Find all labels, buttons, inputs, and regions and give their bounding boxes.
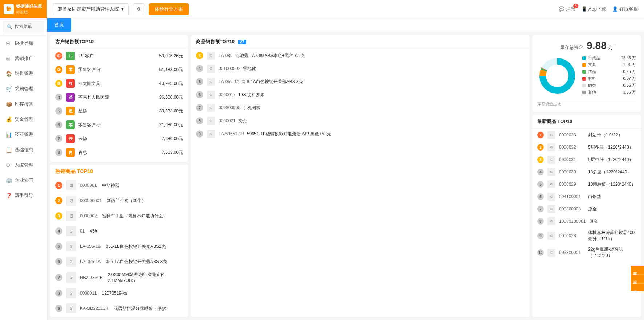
try-button[interactable]: 体验行业方案 bbox=[149, 3, 189, 15]
rank-number: 9 bbox=[537, 233, 544, 239]
new-product-item: 2 G 0000032 5层多层（1220*2440） bbox=[532, 141, 641, 153]
sidebar-item-finance[interactable]: 💰资金管理 bbox=[0, 112, 47, 127]
customer-avatar: 苔 bbox=[66, 93, 75, 102]
customer-avatar: 零 bbox=[66, 120, 75, 129]
product-code: 0000029 bbox=[559, 182, 584, 187]
rank-number: 9 bbox=[196, 130, 203, 138]
legend-color bbox=[582, 56, 586, 60]
hot-product-item: 7 G NB2.0X30B 2.0X30MM双搓花轴,搓花直径2.1MM/ROH… bbox=[50, 269, 188, 286]
product-name: 59651-1B旋转投影灯电池盒 ABS黑色+58壳 bbox=[247, 131, 331, 136]
product-image: G bbox=[207, 104, 215, 112]
product-name: 雪地靴 bbox=[243, 66, 256, 71]
logo-badge: 标准版 bbox=[16, 9, 42, 15]
product-image: G bbox=[207, 117, 215, 125]
sales-icon: 🏠 bbox=[6, 71, 12, 77]
sidebar-item-label: 销售管理 bbox=[15, 70, 33, 77]
product-code: LA-056-1B bbox=[80, 244, 101, 249]
messages-button[interactable]: 💬 消息 6 bbox=[559, 6, 575, 12]
legend-color bbox=[582, 77, 586, 81]
legend-color bbox=[582, 70, 586, 74]
float-buttons: 客服热线服务社区直播 bbox=[631, 266, 644, 291]
product-code: 000800005 bbox=[219, 105, 240, 110]
rank-number: 5 bbox=[196, 78, 203, 85]
rank-number: 3 bbox=[55, 212, 62, 220]
customer-name: 零售客户·于 bbox=[78, 122, 156, 128]
product-image: G bbox=[547, 232, 555, 240]
sidebar-item-marketing[interactable]: ◎营销推广 bbox=[0, 51, 47, 66]
product-code: 000500001 bbox=[80, 198, 102, 203]
system-name: 装备及固定资产辅助管理系统 bbox=[58, 6, 119, 12]
float-button-客服热线[interactable]: 客服热线 bbox=[631, 266, 644, 275]
rank-number: 8 bbox=[196, 117, 203, 124]
online-service-button[interactable]: 👤 在线客服 bbox=[612, 6, 638, 12]
customer-name: LS 客户 bbox=[78, 53, 156, 59]
product-sales-item: 9 G LA-59651-1B 59651-1B旋转投影灯电池盒 ABS黑色+5… bbox=[191, 127, 529, 140]
quick-nav-icon: ⊞ bbox=[6, 40, 12, 46]
search-button[interactable]: 🔍 搜索菜单 bbox=[3, 21, 44, 32]
customer-ranking-header: 客户销售额TOP10 bbox=[50, 35, 188, 49]
enterprise-icon: 🏢 bbox=[6, 177, 12, 183]
customer-name: 零售客户·许 bbox=[78, 67, 156, 73]
float-button-服务社区[interactable]: 服务社区 bbox=[631, 275, 644, 284]
finance-icon: 💰 bbox=[6, 116, 12, 122]
sidebar-item-inventory[interactable]: 📦库存核算 bbox=[0, 97, 47, 112]
product-sales-item: 4 G 001000002 雪地靴 bbox=[191, 62, 529, 75]
sidebar-item-system[interactable]: ⚙系统管理 bbox=[0, 157, 47, 173]
product-code: 0000028 bbox=[559, 233, 584, 238]
product-code: 000800008 bbox=[559, 206, 584, 212]
sidebar-item-quick-nav[interactable]: ⊞快捷导航 bbox=[0, 36, 47, 51]
rank-number: 8 bbox=[55, 149, 62, 156]
hot-product-item: 4 G 01 45# bbox=[50, 223, 188, 239]
rank-number: 7 bbox=[196, 104, 203, 111]
product-image: G bbox=[547, 143, 555, 151]
gear-button[interactable]: ⚙ bbox=[133, 3, 144, 15]
product-sales-item: 3 G LA-089 电池盖 LA-089 ABS本色+黑种 7.1克 bbox=[191, 49, 529, 62]
product-image: 🖼 bbox=[66, 196, 76, 206]
marketing-icon: ◎ bbox=[6, 56, 12, 61]
sidebar-item-label: 采购管理 bbox=[15, 86, 33, 92]
customer-ranking-item: 6 零 零售客户·于 21,680.00元 bbox=[50, 118, 188, 132]
sidebar-item-enterprise[interactable]: 🏢企业协同 bbox=[0, 173, 47, 188]
product-name: 电池盖 LA-089 ABS本色+黑种 7.1克 bbox=[235, 53, 305, 58]
product-code: 10000100001 bbox=[559, 219, 586, 224]
sidebar-nav: ⊞快捷导航◎营销推广🏠销售管理🛒采购管理📦库存核算💰资金管理📊经营管理📋基础信息… bbox=[0, 36, 47, 203]
product-code: LA-089 bbox=[219, 53, 233, 58]
new-product-item: 9 G 0000028 体械嘉枝味苏打饮品400毫升（1*15） bbox=[532, 227, 641, 244]
sidebar-item-label: 系统管理 bbox=[15, 162, 33, 168]
sidebar-item-sales[interactable]: 🏠销售管理 bbox=[0, 66, 47, 81]
product-code: 01 bbox=[80, 229, 85, 234]
sidebar-item-operations[interactable]: 📊经营管理 bbox=[0, 127, 47, 142]
system-selector[interactable]: 装备及固定资产辅助管理系统 ▾ bbox=[53, 3, 129, 15]
hot-products-title: 热销商品 TOP10 bbox=[55, 168, 183, 175]
rank-number: 6 bbox=[196, 91, 203, 98]
sidebar-item-basic[interactable]: 📋基础信息 bbox=[0, 142, 47, 157]
product-name: 10S 变料罗浆 bbox=[238, 92, 265, 97]
sidebar-item-purchase[interactable]: 🛒采购管理 bbox=[0, 81, 47, 97]
sidebar-item-label: 经营管理 bbox=[15, 131, 33, 138]
chevron-down-icon: ▾ bbox=[121, 6, 124, 12]
product-name: 056-1B白色按键开关壳ABS2壳 bbox=[106, 243, 166, 250]
legend-item: 材料 0.07 万 bbox=[582, 76, 636, 81]
product-image: G bbox=[66, 226, 76, 236]
rank-number: 6 bbox=[55, 121, 62, 128]
donut-chart bbox=[537, 56, 577, 96]
product-name: 夹壳 bbox=[238, 118, 247, 123]
customer-name: 红太阳文具 bbox=[78, 81, 156, 87]
customer-avatar: 红 bbox=[66, 79, 75, 88]
rank-number: 7 bbox=[537, 206, 544, 212]
main-area: 装备及固定资产辅助管理系统 ▾ ⚙ 体验行业方案 💬 消息 6 📱 App下载 … bbox=[47, 0, 644, 320]
float-button-直播[interactable]: 直播 bbox=[631, 284, 644, 291]
product-sales-list: 3 G LA-089 电池盖 LA-089 ABS本色+黑种 7.1克 4 G … bbox=[191, 49, 529, 317]
product-image: 🖼 bbox=[66, 211, 76, 221]
legend-name: 文具 bbox=[588, 62, 621, 67]
tab-home[interactable]: 首页 bbox=[47, 18, 71, 32]
product-code: 001000002 bbox=[219, 66, 240, 71]
product-name: 花语萌恒温分腿睡袋（厚款） bbox=[114, 305, 170, 312]
sidebar-item-guide[interactable]: ❓新手引导 bbox=[0, 188, 47, 203]
legend-value: 0.25 万 bbox=[623, 69, 636, 74]
rank-number: 4 bbox=[537, 169, 544, 175]
legend-value: -0.05 万 bbox=[622, 83, 636, 88]
sidebar-search[interactable]: 🔍 搜索菜单 bbox=[0, 18, 47, 36]
app-download-button[interactable]: 📱 App下载 bbox=[581, 6, 606, 12]
sidebar-item-label: 企业协同 bbox=[15, 177, 33, 184]
